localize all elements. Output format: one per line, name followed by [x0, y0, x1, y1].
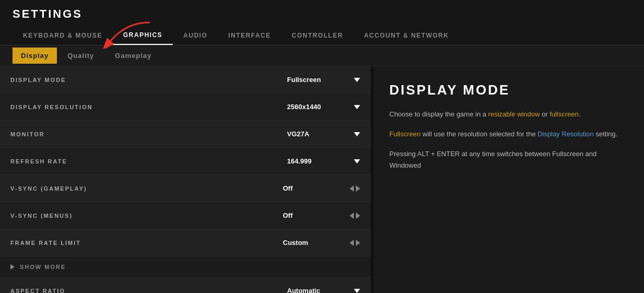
arrow-left-frame-rate-limit[interactable] — [350, 240, 354, 246]
nav-tab-account[interactable]: ACCOUNT & NETWORK — [353, 27, 459, 44]
arrow-right-frame-rate-limit[interactable] — [356, 240, 360, 246]
setting-label-display-resolution: DISPLAY RESOLUTION — [10, 104, 93, 110]
setting-label-aspect-ratio: ASPECT RATIO — [10, 288, 65, 294]
setting-control-aspect-ratio[interactable]: Automatic — [214, 287, 360, 293]
dropdown-arrow-display-mode[interactable] — [354, 78, 360, 82]
sub-tab-gameplay[interactable]: Gameplay — [104, 45, 162, 66]
arrows-vsync-menus[interactable] — [350, 213, 360, 219]
setting-row-display-resolution[interactable]: DISPLAY RESOLUTION 2560x1440 — [0, 93, 371, 121]
arrows-frame-rate-limit[interactable] — [350, 240, 360, 246]
dropdown-arrow-refresh-rate[interactable] — [354, 159, 360, 163]
info-panel-text-2: Fullscreen will use the resolution selec… — [389, 128, 628, 140]
info-highlight-fullscreen-ref: fullscreen — [550, 110, 579, 118]
info-panel-text-3: Pressing ALT + ENTER at any time switche… — [389, 148, 628, 171]
settings-panel: DISPLAY MODE Fullscreen DISPLAY RESOLUTI… — [0, 66, 371, 293]
setting-label-monitor: MONITOR — [10, 131, 45, 137]
setting-label-display-mode: DISPLAY MODE — [10, 77, 66, 83]
setting-row-monitor[interactable]: MONITOR VG27A — [0, 121, 371, 148]
nav-tab-keyboard[interactable]: KEYBOARD & MOUSE — [13, 27, 113, 44]
dropdown-arrow-display-resolution[interactable] — [354, 105, 360, 109]
setting-value-vsync-gameplay: Off — [283, 184, 345, 192]
sub-tab-display[interactable]: Display — [13, 48, 57, 64]
show-more-label: SHOW MORE — [20, 264, 66, 270]
setting-value-aspect-ratio: Automatic — [287, 287, 350, 293]
arrow-left-vsync-menus[interactable] — [350, 213, 354, 219]
setting-control-display-mode[interactable]: Fullscreen — [214, 76, 360, 84]
setting-label-vsync-menus: V-SYNC (MENUS) — [10, 213, 73, 219]
show-more-row[interactable]: SHOW MORE — [0, 256, 371, 277]
main-content: DISPLAY MODE Fullscreen DISPLAY RESOLUTI… — [0, 66, 644, 293]
setting-value-display-mode: Fullscreen — [287, 76, 350, 84]
setting-row-vsync-menus[interactable]: V-SYNC (MENUS) Off — [0, 202, 371, 229]
setting-control-vsync-menus[interactable]: Off — [214, 212, 360, 219]
setting-label-vsync-gameplay: V-SYNC (GAMEPLAY) — [10, 185, 87, 192]
setting-row-refresh-rate[interactable]: REFRESH RATE 164.999 — [0, 148, 371, 175]
page-title: SETTINGS — [13, 7, 631, 21]
sub-tabs: Display Quality Gameplay — [0, 45, 644, 66]
nav-tab-controller[interactable]: CONTROLLER — [281, 27, 353, 44]
setting-control-frame-rate-limit[interactable]: Custom — [214, 239, 360, 247]
setting-label-refresh-rate: REFRESH RATE — [10, 158, 67, 165]
nav-tabs: KEYBOARD & MOUSE GRAPHICS AUDIO INTERFAC… — [13, 26, 631, 45]
nav-tab-interface[interactable]: INTERFACE — [218, 27, 282, 44]
setting-row-frame-rate-limit[interactable]: FRAME RATE LIMIT Custom — [0, 229, 371, 256]
setting-value-monitor: VG27A — [287, 130, 350, 138]
info-highlight-fullscreen: Fullscreen — [389, 130, 421, 138]
sub-tab-quality[interactable]: Quality — [57, 45, 104, 66]
setting-row-vsync-gameplay[interactable]: V-SYNC (GAMEPLAY) Off — [0, 175, 371, 202]
setting-value-refresh-rate: 164.999 — [287, 157, 350, 165]
arrow-right-vsync-menus[interactable] — [356, 213, 360, 219]
arrow-left-vsync-gameplay[interactable] — [350, 185, 354, 192]
info-panel-text-1: Choose to display the game in a resizabl… — [389, 109, 628, 120]
info-highlight-resizable: resizable window — [488, 110, 540, 118]
setting-value-frame-rate-limit: Custom — [283, 239, 345, 247]
dropdown-arrow-monitor[interactable] — [354, 132, 360, 136]
setting-row-display-mode[interactable]: DISPLAY MODE Fullscreen — [0, 66, 371, 93]
setting-label-frame-rate-limit: FRAME RATE LIMIT — [10, 240, 81, 246]
setting-row-aspect-ratio[interactable]: ASPECT RATIO Automatic — [0, 277, 371, 293]
dropdown-arrow-aspect-ratio[interactable] — [354, 289, 360, 293]
arrows-vsync-gameplay[interactable] — [350, 185, 360, 192]
info-highlight-display-resolution: Display Resolution — [538, 130, 594, 138]
info-panel-title: DISPLAY MODE — [389, 82, 628, 98]
setting-value-vsync-menus: Off — [283, 212, 345, 219]
show-more-triangle-icon — [10, 264, 15, 269]
setting-control-refresh-rate[interactable]: 164.999 — [214, 157, 360, 165]
info-panel: DISPLAY MODE Choose to display the game … — [374, 66, 644, 293]
nav-tab-audio[interactable]: AUDIO — [173, 27, 218, 44]
nav-tab-graphics[interactable]: GRAPHICS — [113, 26, 173, 45]
setting-control-vsync-gameplay[interactable]: Off — [214, 184, 360, 192]
setting-control-monitor[interactable]: VG27A — [214, 130, 360, 138]
setting-value-display-resolution: 2560x1440 — [287, 103, 350, 111]
setting-control-display-resolution[interactable]: 2560x1440 — [214, 103, 360, 111]
arrow-right-vsync-gameplay[interactable] — [356, 185, 360, 192]
